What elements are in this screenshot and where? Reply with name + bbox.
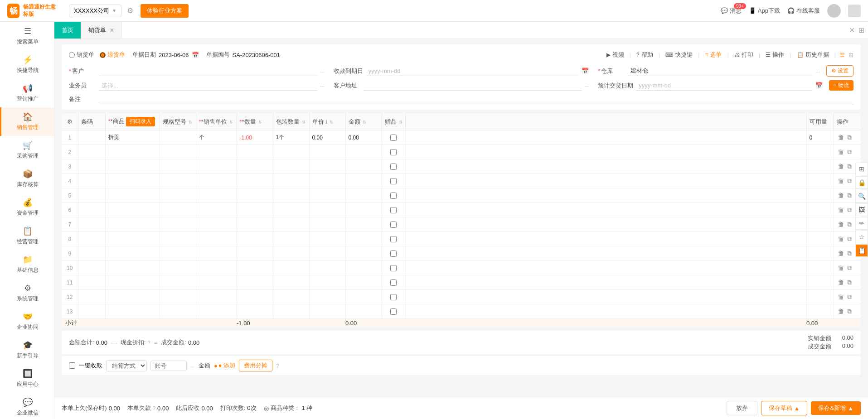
row-qty-9[interactable] (237, 246, 273, 261)
sidebar-item-purchase-mgmt[interactable]: 🛒 采购管理 (0, 136, 54, 164)
row-gift-8[interactable] (382, 232, 405, 246)
row-delete-icon-13[interactable]: 🗑 (838, 308, 844, 315)
row-product-13[interactable] (105, 304, 160, 319)
row-price-11[interactable] (309, 275, 345, 290)
gift-checkbox-9[interactable] (390, 250, 397, 257)
delivery-date-cal-icon[interactable]: 📅 (815, 82, 823, 89)
float-orange-btn[interactable]: 📋 (855, 244, 868, 257)
row-gift-2[interactable] (382, 145, 405, 159)
gift-checkbox-13[interactable] (390, 308, 397, 315)
row-copy-icon-12[interactable]: ⧉ (847, 293, 852, 300)
toolbar-history[interactable]: 📋 历史单据 (795, 50, 831, 60)
nav-online-service[interactable]: 🎧 在线客服 (787, 7, 820, 15)
row-gift-5[interactable] (382, 188, 405, 203)
row-price-10[interactable] (309, 261, 345, 275)
row-unit-5[interactable] (196, 188, 237, 203)
row-amount-4[interactable] (345, 174, 382, 188)
gift-checkbox-6[interactable] (390, 207, 397, 213)
tab-home[interactable]: 首页 (54, 22, 81, 39)
sidebar-item-search-order[interactable]: ☰ 搜索菜单 (0, 22, 54, 50)
tab-close-icon[interactable]: ✕ (110, 27, 114, 34)
row-pkg-qty-10[interactable] (273, 261, 309, 275)
row-delete-icon-1[interactable]: 🗑 (838, 134, 844, 141)
row-barcode-1[interactable] (78, 130, 105, 145)
expense-info-icon[interactable]: ? (276, 362, 279, 369)
sidebar-item-corp-wechat[interactable]: 💬 企业微信 (0, 393, 54, 419)
row-spec-6[interactable] (160, 203, 196, 217)
add-payment-btn[interactable]: ● ● 添加 (214, 361, 235, 370)
warehouse-more-icon[interactable]: … (815, 68, 820, 73)
gift-sort-icon[interactable]: ⇅ (399, 120, 402, 125)
row-spec-2[interactable] (160, 145, 196, 159)
row-gift-7[interactable] (382, 217, 405, 232)
row-product-4[interactable] (105, 174, 160, 188)
row-qty-13[interactable] (237, 304, 273, 319)
toolbar-operation[interactable]: ☰ 操作 (764, 50, 786, 60)
row-gift-10[interactable] (382, 261, 405, 275)
price-sort-icon[interactable]: ⇅ (330, 120, 333, 125)
row-delete-icon-11[interactable]: 🗑 (838, 279, 844, 286)
column-settings-icon[interactable]: ⚙ (67, 118, 73, 125)
float-zoom-btn[interactable]: 🔍 (855, 190, 868, 202)
customer-input[interactable] (99, 66, 317, 76)
row-spec-7[interactable] (160, 217, 196, 232)
row-product-2[interactable] (105, 145, 160, 159)
float-lock-btn[interactable]: 🔒 (855, 176, 868, 189)
row-pkg-qty-5[interactable] (273, 188, 309, 203)
row-pkg-qty-9[interactable] (273, 246, 309, 261)
sidebar-item-finance[interactable]: 💰 资金管理 (0, 193, 54, 222)
logistics-btn[interactable]: + 物流 (829, 80, 853, 91)
row-unit-13[interactable] (196, 304, 237, 319)
row-product-12[interactable] (105, 290, 160, 304)
user-menu[interactable] (848, 5, 861, 17)
row-product-8[interactable] (105, 232, 160, 246)
discard-btn[interactable]: 放弃 (727, 401, 757, 415)
row-qty-3[interactable] (237, 159, 273, 174)
row-spec-1[interactable] (160, 130, 196, 145)
row-product-7[interactable] (105, 217, 160, 232)
gift-checkbox-12[interactable] (390, 294, 397, 300)
row-amount-6[interactable] (345, 203, 382, 217)
row-amount-10[interactable] (345, 261, 382, 275)
row-barcode-11[interactable] (78, 275, 105, 290)
row-product-5[interactable] (105, 188, 160, 203)
settings-btn[interactable]: ⚙ 设置 (826, 65, 853, 77)
row-spec-5[interactable] (160, 188, 196, 203)
row-barcode-7[interactable] (78, 217, 105, 232)
row-unit-1[interactable]: 个 (196, 130, 237, 145)
row-amount-13[interactable] (345, 304, 382, 319)
row-copy-icon-10[interactable]: ⧉ (847, 264, 852, 271)
row-barcode-6[interactable] (78, 203, 105, 217)
gift-checkbox-5[interactable] (390, 193, 397, 199)
row-gift-11[interactable] (382, 275, 405, 290)
due-date-cal-icon[interactable]: 📅 (582, 67, 589, 74)
row-pkg-qty-2[interactable] (273, 145, 309, 159)
row-unit-8[interactable] (196, 232, 237, 246)
gift-checkbox-11[interactable] (390, 279, 397, 286)
row-delete-icon-8[interactable]: 🗑 (838, 235, 844, 242)
row-delete-icon-3[interactable]: 🗑 (838, 163, 844, 170)
row-product-3[interactable] (105, 159, 160, 174)
row-amount-3[interactable] (345, 159, 382, 174)
spec-sort-icon[interactable]: ⇅ (189, 120, 192, 125)
row-pkg-qty-8[interactable] (273, 232, 309, 246)
scan-btn[interactable]: 扫码录入 (126, 117, 155, 126)
row-qty-4[interactable] (237, 174, 273, 188)
row-delete-icon-12[interactable]: 🗑 (838, 293, 844, 300)
row-pkg-qty-6[interactable] (273, 203, 309, 217)
row-product-1[interactable]: 拆贡 (105, 130, 160, 145)
trial-btn[interactable]: 体验行业方案 (141, 4, 189, 18)
row-price-4[interactable] (309, 174, 345, 188)
row-copy-icon-8[interactable]: ⧉ (847, 235, 852, 242)
row-product-6[interactable] (105, 203, 160, 217)
nav-message[interactable]: 💬 消息 99+ (721, 7, 742, 15)
row-copy-icon-3[interactable]: ⧉ (847, 163, 852, 170)
row-qty-10[interactable] (237, 261, 273, 275)
row-pkg-qty-12[interactable] (273, 290, 309, 304)
expense-btn[interactable]: 费用分摊 (239, 360, 272, 371)
expand-tabs-icon[interactable]: ⊞ (858, 26, 864, 34)
sidebar-item-newbie[interactable]: 🎓 新手引导 (0, 336, 54, 364)
row-gift-12[interactable] (382, 290, 405, 304)
row-qty-5[interactable] (237, 188, 273, 203)
save-draft-chevron-icon[interactable]: ▲ (794, 405, 800, 412)
